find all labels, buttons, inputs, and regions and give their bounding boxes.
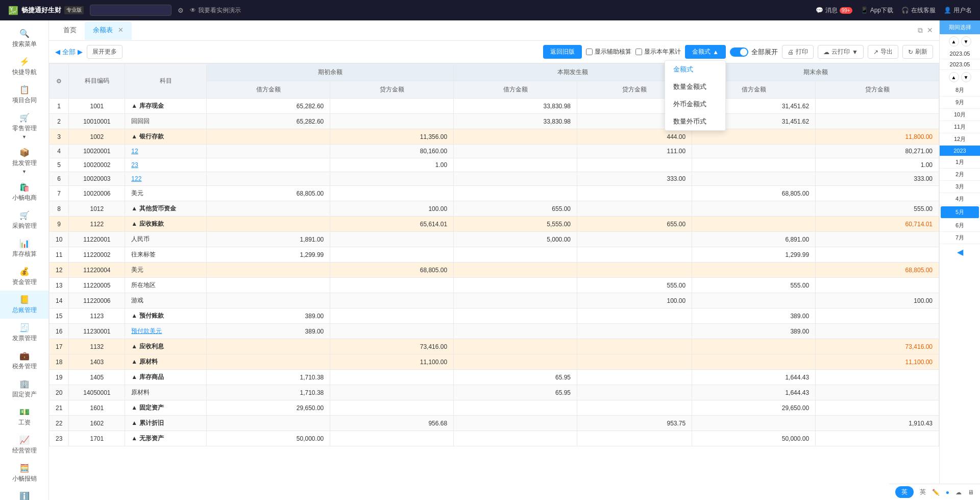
month-10[interactable]: 10月 xyxy=(940,109,980,121)
app-download-btn[interactable]: 📱 App下载 xyxy=(861,6,893,15)
sidebar-item-quick[interactable]: ⚡ 快捷导航 xyxy=(0,53,48,81)
cell-name[interactable]: ▲ 应收利息 xyxy=(125,339,207,354)
period-prev-btn[interactable]: ▲ xyxy=(949,36,959,46)
month-7[interactable]: 7月 xyxy=(940,232,980,244)
lang-icon[interactable]: 英 xyxy=(920,488,926,496)
refresh-btn[interactable]: ↻ 刷新 xyxy=(902,45,933,59)
month-5[interactable]: 5月 xyxy=(941,206,979,219)
month-11[interactable]: 11月 xyxy=(940,121,980,133)
expand-all-toggle[interactable] xyxy=(730,47,748,57)
cell-amount: 389.00 xyxy=(692,308,816,324)
period-2023-05b[interactable]: 2023.05 xyxy=(940,59,980,70)
format-option-qty-amount[interactable]: 数量金额式 xyxy=(665,78,725,96)
lang-switch-btn[interactable]: 英 xyxy=(895,486,914,498)
export-btn[interactable]: ↗ 导出 xyxy=(868,45,898,59)
format-option-fx-amount[interactable]: 外币金额式 xyxy=(665,96,725,113)
sidebar-item-inventory[interactable]: 📊 库存核算 xyxy=(0,234,48,263)
year-2023[interactable]: 2023 xyxy=(940,146,980,156)
tab-restore-icon[interactable]: ⧉ xyxy=(918,26,923,35)
message-btn[interactable]: 💬 消息 99+ xyxy=(816,6,852,15)
show-ytd-checkbox[interactable]: 显示本年累计 xyxy=(635,47,681,56)
operation-icon: 📈 xyxy=(19,435,30,445)
sidebar-item-salary[interactable]: 💵 工资 xyxy=(0,403,48,431)
tab-close-all-icon[interactable]: ✕ xyxy=(927,26,933,35)
cell-name[interactable]: ▲ 无形资产 xyxy=(125,431,207,446)
cell-name[interactable]: ▲ 其他货币资金 xyxy=(125,201,207,217)
month-2[interactable]: 2月 xyxy=(940,169,980,181)
cell-name: 往来标签 xyxy=(125,247,207,263)
sidebar-item-search[interactable]: 🔍 搜索菜单 xyxy=(0,25,48,53)
expand-more-btn[interactable]: 展开更多 xyxy=(87,45,122,59)
cell-name[interactable]: 预付款美元 xyxy=(125,324,207,339)
top-search-input[interactable] xyxy=(90,5,172,16)
cell-name[interactable]: 23 xyxy=(125,158,207,172)
sidebar-item-purchase[interactable]: 🛒 采购管理 xyxy=(0,206,48,234)
sidebar-item-wholesale[interactable]: 📦 批发管理 ▼ xyxy=(0,144,48,178)
show-aux-checkbox[interactable]: 显示辅助核算 xyxy=(586,47,631,56)
cell-name[interactable]: ▲ 固定资产 xyxy=(125,400,207,416)
month-4[interactable]: 4月 xyxy=(940,193,980,205)
nav-next-icon[interactable]: ▶ xyxy=(78,48,83,56)
cell-name[interactable]: 122 xyxy=(125,172,207,186)
cell-name[interactable]: ▲ 应收账款 xyxy=(125,217,207,232)
salary-icon: 💵 xyxy=(19,407,30,417)
th-settings[interactable]: ⚙ xyxy=(50,64,69,99)
sidebar-item-project[interactable]: 📋 项目合同 xyxy=(0,81,48,109)
cell-amount xyxy=(330,308,454,324)
sidebar-item-ecommerce[interactable]: 🛍️ 小畅电商 xyxy=(0,178,48,206)
print-label: 打印 xyxy=(796,47,808,56)
tab-balance[interactable]: 余额表 ✕ xyxy=(85,21,132,40)
sidebar-item-retail[interactable]: 🛒 零售管理 ▼ xyxy=(0,109,48,144)
cell-name[interactable]: 12 xyxy=(125,145,207,158)
cloud-save-icon[interactable]: ☁ xyxy=(955,489,962,496)
tab-close-icon[interactable]: ✕ xyxy=(118,26,124,34)
cell-name[interactable]: ▲ 银行存款 xyxy=(125,129,207,145)
cell-amount xyxy=(454,293,577,308)
sidebar-item-expense[interactable]: 🧮 小畅报销 xyxy=(0,459,48,487)
tab-home[interactable]: 首页 xyxy=(55,21,85,40)
cell-name[interactable]: ▲ 原材料 xyxy=(125,354,207,370)
month-down-btn[interactable]: ▼ xyxy=(961,72,971,82)
cell-amount: 333.00 xyxy=(577,172,692,186)
user-avatar[interactable]: 👤 用户名 xyxy=(944,6,972,15)
period-next-btn[interactable]: ▼ xyxy=(961,36,971,46)
format-dropdown-btn[interactable]: 金额式 ▲ xyxy=(685,45,726,59)
print-btn[interactable]: 🖨 打印 xyxy=(782,45,814,59)
month-8[interactable]: 8月 xyxy=(940,84,980,97)
edit-icon[interactable]: ✏️ xyxy=(932,489,940,496)
sidebar-item-ledger[interactable]: 📒 总账管理 xyxy=(0,291,48,319)
collapse-panel-btn[interactable]: ◀ xyxy=(940,244,980,260)
month-1[interactable]: 1月 xyxy=(940,156,980,169)
dot-icon[interactable]: ● xyxy=(946,489,949,496)
month-9[interactable]: 9月 xyxy=(940,97,980,109)
cell-amount: 65,282.60 xyxy=(207,114,330,129)
month-up-btn[interactable]: ▲ xyxy=(949,72,959,82)
sidebar-item-tax[interactable]: 💼 税务管理 xyxy=(0,347,48,375)
monitor-icon[interactable]: 🖥 xyxy=(968,489,974,496)
month-12[interactable]: 12月 xyxy=(940,133,980,146)
cell-name[interactable]: ▲ 库存商品 xyxy=(125,370,207,385)
sidebar-item-finance[interactable]: 💰 资金管理 xyxy=(0,263,48,291)
sidebar-item-operation[interactable]: 📈 经营管理 xyxy=(0,431,48,459)
settings-icon[interactable]: ⚙ xyxy=(56,78,62,85)
settings-icon[interactable]: ⚙ xyxy=(178,7,184,14)
nav-prev-icon[interactable]: ◀ xyxy=(55,48,60,56)
period-2023-05a[interactable]: 2023.05 xyxy=(940,49,980,59)
cell-name[interactable]: ▲ 预付账款 xyxy=(125,308,207,324)
cloud-print-btn[interactable]: ☁ 云打印 ▼ xyxy=(818,45,864,59)
month-6[interactable]: 6月 xyxy=(940,220,980,232)
sidebar-item-invoice[interactable]: 🧾 发票管理 xyxy=(0,319,48,347)
cell-name[interactable]: ▲ 库存现金 xyxy=(125,99,207,114)
return-old-btn[interactable]: 返回旧版 xyxy=(543,45,582,59)
show-aux-input[interactable] xyxy=(586,49,593,55)
online-service-btn[interactable]: 🎧 在线客服 xyxy=(901,6,936,15)
sidebar-item-assets[interactable]: 🏢 固定资产 xyxy=(0,375,48,403)
format-option-qty-fx[interactable]: 数量外币式 xyxy=(665,113,725,130)
sidebar-item-basic[interactable]: ℹ️ 基础信息 xyxy=(0,487,48,500)
show-ytd-input[interactable] xyxy=(635,49,642,55)
month-3[interactable]: 3月 xyxy=(940,181,980,193)
cell-name[interactable]: ▲ 累计折旧 xyxy=(125,416,207,431)
demo-link[interactable]: 👁 我要看实例演示 xyxy=(190,6,241,15)
format-option-amount[interactable]: 金额式 xyxy=(665,61,725,78)
sidebar: 🔍 搜索菜单 ⚡ 快捷导航 📋 项目合同 🛒 零售管理 ▼ 📦 批发管理 ▼ 🛍… xyxy=(0,20,49,500)
